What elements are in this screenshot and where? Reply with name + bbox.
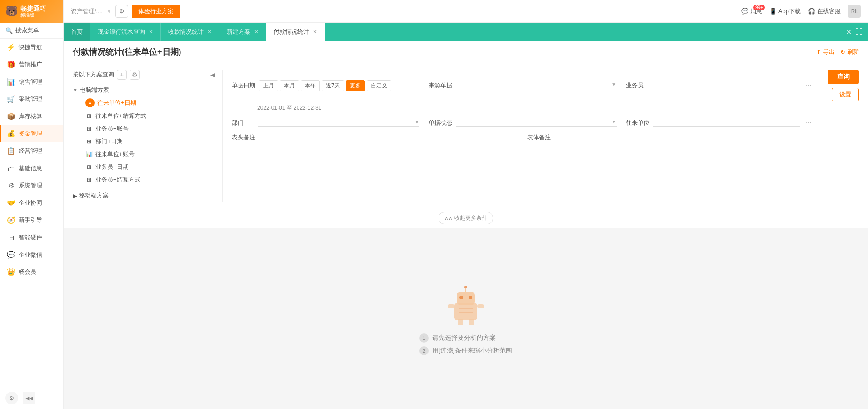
sidebar-item-guide[interactable]: 🧭 新手引导 <box>0 212 63 229</box>
scheme-item-party-date[interactable]: ● 往来单位+日期 <box>82 96 215 110</box>
tab-close-all-icon[interactable]: ✕ <box>846 28 852 36</box>
date-btn-more[interactable]: 更多 <box>346 80 365 91</box>
salesperson-input[interactable] <box>652 81 800 88</box>
export-icon: ⬆ <box>816 49 821 56</box>
trial-button[interactable]: 体验行业方案 <box>132 5 180 18</box>
scheme-item-staff-settle[interactable]: ⊞ 业务员+结算方式 <box>82 173 215 186</box>
sidebar-search[interactable]: 🔍 搜索菜单 <box>0 23 63 39</box>
header-settings-btn[interactable]: ⚙ <box>115 5 128 18</box>
sidebar-item-hardware[interactable]: 🖥 智能硬件 <box>0 229 63 246</box>
date-btn-this-year[interactable]: 本年 <box>301 80 320 91</box>
sidebar-item-label: 库存核算 <box>19 112 42 121</box>
tab-newplan[interactable]: 新建方案 ✕ <box>219 23 266 41</box>
user-avatar[interactable]: Rit <box>848 5 861 18</box>
header-note-field: 表头备注 <box>232 133 518 141</box>
app-download-btn[interactable]: 📱 App下载 <box>769 7 801 15</box>
department-input[interactable] <box>258 118 414 125</box>
scheme-collapse-btn[interactable]: ◀ <box>210 71 215 78</box>
body-note-input[interactable] <box>554 134 813 141</box>
bottom-collapse-icon[interactable]: ◀◀ <box>23 392 35 404</box>
scheme-item-dept-date[interactable]: ⊞ 部门+日期 <box>82 135 215 148</box>
scheme-item-staff-date[interactable]: ⊞ 业务员+日期 <box>82 161 215 173</box>
tab-home[interactable]: 首页 <box>64 23 90 41</box>
scheme-item-party-settle[interactable]: ⊞ 往来单位+结算方式 <box>82 110 215 122</box>
online-service-btn[interactable]: 🎧 在线客服 <box>808 7 841 15</box>
collapse-bar-btn[interactable]: ∧∧ 收起更多条件 <box>439 212 493 224</box>
sidebar-item-sales[interactable]: 📊 销售管理 <box>0 73 63 91</box>
sidebar-item-finance[interactable]: 💰 资金管理 <box>0 125 63 142</box>
salesperson-select[interactable] <box>652 81 800 90</box>
doc-status-input[interactable] <box>456 118 611 125</box>
doc-status-select[interactable]: ▼ <box>456 118 616 127</box>
page-title: 付款情况统计(往来单位+日期) <box>73 46 181 57</box>
tip-num-1: 1 <box>419 333 429 343</box>
scheme-settings-btn[interactable]: ⚙ <box>130 70 140 80</box>
scheme-item-staff-account[interactable]: ⊞ 业务员+账号 <box>82 122 215 135</box>
tab-bank-close[interactable]: ✕ <box>149 29 153 35</box>
tip-item-2: 2 用[过滤]条件来缩小分析范围 <box>419 346 512 355</box>
system-icon: ⚙ <box>7 182 15 190</box>
tip-num-2: 2 <box>419 346 429 355</box>
tab-collection[interactable]: 收款情况统计 ✕ <box>161 23 219 41</box>
breadcrumb: 资产管理/.... <box>71 7 103 15</box>
collapse-up-icon: ∧∧ <box>444 215 453 222</box>
source-doc-select[interactable]: ▼ <box>456 81 616 90</box>
date-range-text: 2022-01-01 至 2022-12-31 <box>257 105 321 111</box>
basic-icon: 🗃 <box>7 164 15 172</box>
page-header: 付款情况统计(往来单位+日期) ⬆ 导出 ↻ 刷新 <box>64 41 868 63</box>
collapse-bar[interactable]: ∧∧ 收起更多条件 <box>64 208 868 228</box>
date-btn-this-month[interactable]: 本月 <box>280 80 299 91</box>
sidebar-item-member[interactable]: 👑 畅会员 <box>0 263 63 281</box>
salesperson-dots-icon[interactable]: ··· <box>804 81 813 90</box>
sidebar-item-wechat[interactable]: 💬 企业微信 <box>0 246 63 263</box>
department-label: 部门 <box>232 119 254 127</box>
sidebar-item-marketing[interactable]: 🎁 营销推广 <box>0 56 63 73</box>
filter-section: 按以下方案查询 + ⚙ ◀ ▼ 电脑端方案 ● 往来单位+日期 <box>64 63 868 208</box>
mobile-group-header[interactable]: ▶ 移动端方案 <box>73 190 215 202</box>
related-party-select[interactable] <box>653 118 800 127</box>
settings-button[interactable]: 设置 <box>832 88 859 101</box>
sidebar-item-inventory[interactable]: 📦 库存核算 <box>0 108 63 125</box>
top-header: 资产管理/.... ▼ ⚙ 体验行业方案 💬 消息 99+ 📱 App下载 🎧 … <box>64 0 868 23</box>
related-party-dots-icon[interactable]: ··· <box>804 119 813 127</box>
scheme-item-party-account[interactable]: 📊 往来单位+账号 <box>82 148 215 161</box>
sales-icon: 📊 <box>7 78 15 86</box>
tab-collection-close[interactable]: ✕ <box>207 29 212 35</box>
sidebar-item-basic[interactable]: 🗃 基础信息 <box>0 160 63 177</box>
date-btn-last-month[interactable]: 上月 <box>259 80 278 91</box>
sidebar-item-operations[interactable]: 📋 经营管理 <box>0 142 63 160</box>
sidebar-item-system[interactable]: ⚙ 系统管理 <box>0 177 63 194</box>
filter-fields-panel: 单据日期 上月 本月 本年 近7天 更多 自定义 来源单据 <box>223 70 859 202</box>
refresh-btn[interactable]: ↻ 刷新 <box>840 48 859 56</box>
robot-svg <box>443 283 489 328</box>
collapse-label: 收起更多条件 <box>454 214 487 222</box>
tab-newplan-close[interactable]: ✕ <box>254 29 259 35</box>
desktop-group-header[interactable]: ▼ 电脑端方案 <box>73 84 215 96</box>
sidebar-item-enterprise[interactable]: 🤝 企业协同 <box>0 194 63 212</box>
header-note-input[interactable] <box>259 134 518 141</box>
quicknav-icon: ⚡ <box>7 43 15 51</box>
export-btn[interactable]: ⬆ 导出 <box>816 48 835 56</box>
content-area: 付款情况统计(往来单位+日期) ⬆ 导出 ↻ 刷新 按以下方案查询 + ⚙ <box>64 41 868 409</box>
empty-state: 1 请先选择要分析的方案 2 用[过滤]条件来缩小分析范围 <box>64 228 868 409</box>
sidebar-item-quicknav[interactable]: ⚡ 快捷导航 <box>0 39 63 56</box>
inventory-icon: 📦 <box>7 112 15 121</box>
department-select[interactable]: ▼ <box>258 118 419 127</box>
desktop-scheme-group: ▼ 电脑端方案 ● 往来单位+日期 ⊞ 往来单位+结算方式 ⊞ <box>73 84 215 186</box>
source-doc-input[interactable] <box>456 81 611 88</box>
date-btn-custom[interactable]: 自定义 <box>367 80 391 91</box>
tab-payment-close[interactable]: ✕ <box>313 29 317 35</box>
empty-state-illustration <box>443 283 489 328</box>
bottom-settings-icon[interactable]: ⚙ <box>5 392 18 404</box>
related-party-input[interactable] <box>653 118 800 125</box>
tab-maximize-icon[interactable]: ⛶ <box>855 28 863 36</box>
tab-payment[interactable]: 付款情况统计 ✕ <box>266 23 325 41</box>
add-scheme-btn[interactable]: + <box>117 70 127 80</box>
date-range-display: 2022-01-01 至 2022-12-31 <box>257 104 859 112</box>
sidebar-item-purchase[interactable]: 🛒 采购管理 <box>0 91 63 108</box>
messages-btn[interactable]: 💬 消息 99+ <box>741 7 762 15</box>
app-icon: 📱 <box>769 8 777 15</box>
query-button[interactable]: 查询 <box>828 70 859 84</box>
tab-bank[interactable]: 现金银行流水查询 ✕ <box>90 23 161 41</box>
date-btn-7days[interactable]: 近7天 <box>322 80 344 91</box>
